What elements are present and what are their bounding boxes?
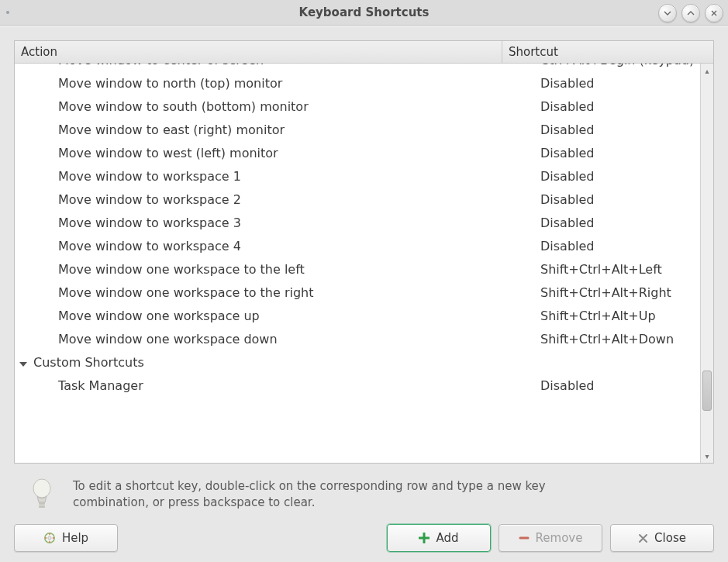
tree-item-row[interactable]: Move window to east (right) monitorDisab… bbox=[15, 118, 701, 141]
column-header-shortcut[interactable]: Shortcut bbox=[502, 41, 713, 63]
action-label: Custom Shortcuts bbox=[33, 355, 144, 370]
tree-item-row[interactable]: Move window to center of screenCtrl+Alt+… bbox=[15, 64, 701, 71]
shortcut-label: Ctrl+Alt+Begin (keypad) bbox=[540, 64, 694, 67]
cell-shortcut: Disabled bbox=[533, 169, 701, 184]
expander-icon[interactable] bbox=[19, 362, 27, 367]
shortcuts-tree: Action Shortcut Move window to center of… bbox=[14, 40, 714, 464]
shortcut-label: Shift+Ctrl+Alt+Right bbox=[540, 285, 671, 300]
cell-action: Custom Shortcuts bbox=[15, 355, 508, 370]
tree-item-row[interactable]: Move window to south (bottom) monitorDis… bbox=[15, 95, 701, 118]
tree-item-row[interactable]: Move window to workspace 4Disabled bbox=[15, 234, 701, 257]
tree-item-row[interactable]: Task ManagerDisabled bbox=[15, 374, 701, 397]
tree-item-row[interactable]: Move window to workspace 2Disabled bbox=[15, 188, 701, 211]
shortcut-label: Disabled bbox=[540, 122, 595, 137]
cell-shortcut: Disabled bbox=[533, 146, 701, 160]
tree-group-row[interactable]: Custom Shortcuts bbox=[15, 350, 701, 374]
action-label: Move window to workspace 4 bbox=[58, 239, 241, 253]
action-label: Move window to workspace 3 bbox=[58, 215, 241, 230]
svg-point-0 bbox=[33, 479, 50, 498]
cell-shortcut: Ctrl+Alt+Begin (keypad) bbox=[533, 64, 701, 67]
window-title: Keyboard Shortcuts bbox=[0, 5, 728, 19]
tree-item-row[interactable]: Move window to workspace 3Disabled bbox=[15, 211, 701, 234]
lightbulb-icon bbox=[25, 478, 59, 512]
scrollbar-thumb[interactable] bbox=[702, 371, 712, 411]
cell-action: Move window to workspace 2 bbox=[15, 192, 533, 207]
cell-action: Move window one workspace up bbox=[15, 309, 533, 323]
cell-shortcut: Disabled bbox=[533, 215, 701, 230]
action-label: Move window to workspace 2 bbox=[58, 192, 241, 207]
scrollbar-down-arrow-icon[interactable]: ▾ bbox=[701, 449, 713, 463]
tree-rows: Move window to center of screenCtrl+Alt+… bbox=[15, 64, 701, 397]
tree-item-row[interactable]: Move window one workspace to the leftShi… bbox=[15, 257, 701, 281]
shortcut-label: Disabled bbox=[540, 192, 595, 207]
action-label: Move window to east (right) monitor bbox=[58, 122, 285, 137]
help-icon bbox=[43, 532, 56, 544]
maximize-button[interactable] bbox=[681, 4, 700, 22]
cell-action: Move window one workspace to the left bbox=[15, 262, 533, 277]
close-button-label: Close bbox=[654, 531, 686, 545]
cell-shortcut: Disabled bbox=[533, 378, 701, 393]
add-button-label: Add bbox=[436, 531, 458, 545]
shortcut-label: Disabled bbox=[540, 146, 595, 160]
cell-action: Move window to workspace 1 bbox=[15, 169, 533, 184]
svg-rect-2 bbox=[39, 505, 45, 508]
minus-icon bbox=[519, 533, 530, 543]
cell-action: Task Manager bbox=[15, 378, 533, 393]
cell-shortcut: Disabled bbox=[533, 239, 701, 253]
shortcut-label: Shift+Ctrl+Alt+Down bbox=[540, 332, 674, 347]
cell-action: Move window to east (right) monitor bbox=[15, 122, 533, 137]
cell-action: Move window to west (left) monitor bbox=[15, 146, 533, 160]
close-window-button[interactable] bbox=[705, 4, 723, 22]
cell-action: Move window to north (top) monitor bbox=[15, 76, 533, 91]
action-label: Move window to south (bottom) monitor bbox=[58, 99, 309, 114]
cell-shortcut: Shift+Ctrl+Alt+Down bbox=[533, 332, 701, 347]
button-row: Help Add Remove bbox=[14, 519, 714, 552]
action-label: Move window one workspace down bbox=[58, 332, 278, 347]
action-label: Move window to west (left) monitor bbox=[58, 146, 278, 160]
shortcut-label: Disabled bbox=[540, 76, 595, 91]
tree-item-row[interactable]: Move window to workspace 1Disabled bbox=[15, 164, 701, 188]
tree-scroll-area: Move window to center of screenCtrl+Alt+… bbox=[15, 64, 713, 463]
add-button[interactable]: Add bbox=[387, 524, 491, 552]
tree-item-row[interactable]: Move window one workspace upShift+Ctrl+A… bbox=[15, 304, 701, 327]
hint-row: To edit a shortcut key, double-click on … bbox=[14, 464, 714, 519]
minimize-button[interactable] bbox=[658, 4, 677, 22]
svg-rect-1 bbox=[39, 502, 45, 505]
shortcut-label: Disabled bbox=[540, 239, 595, 253]
shortcut-label: Disabled bbox=[540, 378, 595, 393]
tree-item-row[interactable]: Move window to north (top) monitorDisabl… bbox=[15, 71, 701, 95]
cell-shortcut: Disabled bbox=[533, 99, 701, 114]
dialog-body: Action Shortcut Move window to center of… bbox=[0, 26, 728, 562]
scrollbar-up-arrow-icon[interactable]: ▴ bbox=[701, 64, 713, 78]
cell-action: Move window to workspace 4 bbox=[15, 239, 533, 253]
cell-action: Move window to center of screen bbox=[15, 64, 533, 67]
plus-icon bbox=[419, 533, 430, 543]
cell-shortcut: Disabled bbox=[533, 76, 701, 91]
titlebar-indicator bbox=[6, 11, 9, 14]
hint-text: To edit a shortcut key, double-click on … bbox=[73, 478, 600, 511]
cell-shortcut: Disabled bbox=[533, 122, 701, 137]
titlebar: Keyboard Shortcuts bbox=[0, 0, 728, 26]
cell-action: Move window to south (bottom) monitor bbox=[15, 99, 533, 114]
scrollbar-track[interactable] bbox=[702, 78, 712, 449]
cell-action: Move window one workspace to the right bbox=[15, 285, 533, 300]
cell-action: Move window to workspace 3 bbox=[15, 215, 533, 230]
close-icon bbox=[638, 533, 648, 543]
vertical-scrollbar[interactable]: ▴ ▾ bbox=[700, 64, 713, 463]
action-label: Move window one workspace to the left bbox=[58, 262, 305, 277]
remove-button-label: Remove bbox=[536, 531, 583, 545]
close-button[interactable]: Close bbox=[610, 524, 714, 552]
shortcut-label: Shift+Ctrl+Alt+Up bbox=[540, 309, 656, 323]
cell-shortcut: Shift+Ctrl+Alt+Up bbox=[533, 309, 701, 323]
action-label: Task Manager bbox=[58, 378, 143, 393]
tree-item-row[interactable]: Move window one workspace to the rightSh… bbox=[15, 281, 701, 304]
window-controls bbox=[658, 4, 723, 22]
cell-shortcut: Shift+Ctrl+Alt+Right bbox=[533, 285, 701, 300]
tree-item-row[interactable]: Move window one workspace downShift+Ctrl… bbox=[15, 327, 701, 350]
cell-shortcut: Disabled bbox=[533, 192, 701, 207]
tree-item-row[interactable]: Move window to west (left) monitorDisabl… bbox=[15, 141, 701, 164]
action-label: Move window one workspace to the right bbox=[58, 285, 313, 300]
help-button[interactable]: Help bbox=[14, 524, 118, 552]
column-header-action[interactable]: Action bbox=[15, 41, 502, 63]
shortcut-label: Disabled bbox=[540, 99, 595, 114]
